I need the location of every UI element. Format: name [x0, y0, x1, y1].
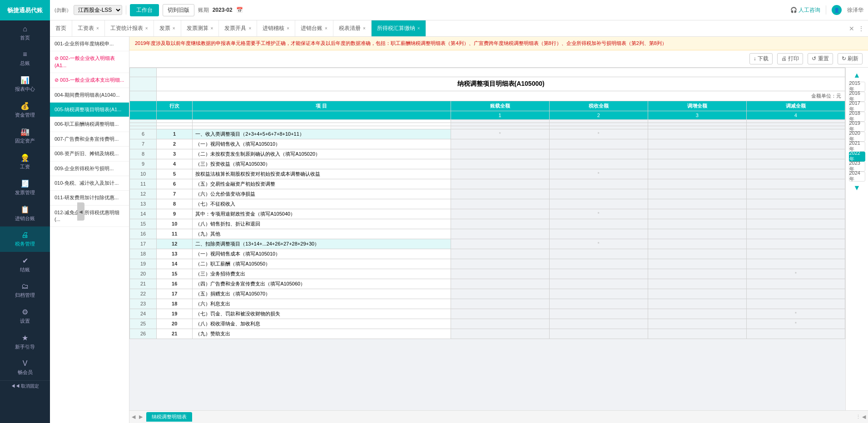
sidebar-item-new-guide[interactable]: ★ 新手引导: [0, 329, 50, 355]
col-c1[interactable]: [451, 169, 549, 179]
left-item-007[interactable]: 007-广告费和业务宣传费明...: [50, 132, 129, 147]
tab-invoice-close[interactable]: ×: [173, 26, 175, 31]
tab-payroll-close[interactable]: ×: [96, 26, 99, 31]
sidebar-item-fund-mgmt[interactable]: 💰 资金管理: [0, 97, 50, 123]
year-nav-up[interactable]: ▲: [852, 70, 862, 81]
col-item[interactable]: （六）公允价值变动净损益: [193, 189, 451, 199]
col-c4[interactable]: [746, 159, 845, 169]
left-item-002[interactable]: ⊘ 002-一般企业收入明细表(A1...: [50, 51, 129, 73]
col-c1[interactable]: [451, 289, 549, 299]
print-button[interactable]: 🖨 打印: [777, 53, 803, 64]
col-item[interactable]: [193, 126, 451, 129]
col-hang[interactable]: 14: [157, 259, 193, 269]
col-hang[interactable]: [157, 123, 193, 126]
tab-invoice-open[interactable]: 发票开具 ×: [219, 20, 257, 36]
col-c3[interactable]: [648, 209, 746, 219]
col-c3[interactable]: [648, 299, 746, 309]
col-c2[interactable]: *: [549, 239, 648, 249]
col-item[interactable]: 二、扣除类调整项目（13+14+...24+26+27+28+29+30）: [193, 239, 451, 249]
col-c1[interactable]: [451, 319, 549, 329]
col-item[interactable]: （二）未按权责发生制原则确认的收入（填写A105020）: [193, 149, 451, 159]
col-hang[interactable]: [157, 126, 193, 129]
col-c1[interactable]: [451, 149, 549, 159]
col-c2[interactable]: [549, 123, 648, 126]
col-c4[interactable]: [746, 229, 845, 239]
left-item-001[interactable]: 001-企业所得年度纳税申...: [50, 37, 129, 51]
col-c2[interactable]: [549, 149, 648, 159]
col-hang[interactable]: 3: [157, 149, 193, 159]
col-c3[interactable]: [648, 139, 746, 149]
col-c1[interactable]: *: [451, 129, 549, 139]
col-c2[interactable]: [549, 319, 648, 329]
col-c4[interactable]: [746, 329, 845, 339]
col-hang[interactable]: 15: [157, 269, 193, 279]
col-c3[interactable]: [648, 159, 746, 169]
col-item[interactable]: [193, 119, 451, 123]
tab-tax-clear-close[interactable]: ×: [363, 26, 366, 31]
col-item[interactable]: （九）赞助支出: [193, 329, 451, 339]
tab-input-check-close[interactable]: ×: [287, 26, 289, 31]
sidebar-item-invoice-mgmt[interactable]: 🧾 发票管理: [0, 175, 50, 201]
sidebar-pin[interactable]: ◀◀ 取消固定: [0, 380, 50, 392]
service-label[interactable]: 🎧 人工咨询: [790, 6, 820, 14]
tab-payroll[interactable]: 工资表 ×: [72, 20, 105, 36]
col-c2[interactable]: [549, 119, 648, 123]
col-item[interactable]: （六）利息支出: [193, 299, 451, 309]
col-item[interactable]: [193, 123, 451, 126]
col-item[interactable]: （一）视同销售成本（填写A105010）: [193, 249, 451, 259]
col-c3[interactable]: [648, 126, 746, 129]
col-hang[interactable]: 20: [157, 319, 193, 329]
sheet-tab-tax-adjust[interactable]: 纳税调整明细表: [146, 412, 192, 422]
sidebar-item-settlement[interactable]: ✔ 结账: [0, 252, 50, 278]
recalc-button[interactable]: ↺ 重置: [808, 53, 833, 64]
left-item-010[interactable]: 010-免税、减计收入及加计...: [50, 176, 129, 191]
sidebar-item-fixed-assets[interactable]: 🏭 固定资产: [0, 123, 50, 149]
col-c4[interactable]: [746, 169, 845, 179]
sheet-nav-right[interactable]: ▶: [139, 414, 143, 420]
col-c4[interactable]: [746, 279, 845, 289]
col-c4[interactable]: *: [746, 319, 845, 329]
col-c1[interactable]: [451, 123, 549, 126]
col-c4[interactable]: [746, 209, 845, 219]
col-c2[interactable]: [549, 259, 648, 269]
col-c3[interactable]: [648, 169, 746, 179]
refresh-button[interactable]: ↻ 刷新: [838, 53, 863, 64]
col-c1[interactable]: [451, 139, 549, 149]
col-c1[interactable]: [451, 126, 549, 129]
left-item-003[interactable]: ⊘ 003-一般企业成本支出明细...: [50, 73, 129, 88]
col-c4[interactable]: *: [746, 309, 845, 319]
col-c3[interactable]: [648, 119, 746, 123]
left-item-006[interactable]: 006-职工薪酬纳税调整明细...: [50, 117, 129, 132]
col-c3[interactable]: [648, 329, 746, 339]
col-c1[interactable]: [451, 279, 549, 289]
tab-input-ledger-close[interactable]: ×: [325, 26, 327, 31]
left-item-012[interactable]: 012-减免企业所得税优惠明细(...: [50, 206, 129, 227]
spreadsheet-scroll[interactable]: 纳税调整项目明细表(A105000) 金额单位：元 行次: [129, 68, 845, 411]
col-item[interactable]: 按权益法核算长期股权投资对初始投资成本调整确认收益: [193, 169, 451, 179]
sidebar-item-tax-mgmt[interactable]: 🖨 税务管理: [0, 226, 50, 252]
col-c4[interactable]: [746, 119, 845, 123]
col-c2[interactable]: [549, 269, 648, 279]
col-item[interactable]: （三）业务招待费支出: [193, 269, 451, 279]
col-c4[interactable]: [746, 259, 845, 269]
tab-invoice-calc[interactable]: 发票测算 ×: [181, 20, 219, 36]
col-c2[interactable]: [549, 299, 648, 309]
col-hang[interactable]: 11: [157, 229, 193, 239]
tab-input-ledger[interactable]: 进销台账 ×: [295, 20, 333, 36]
col-c2[interactable]: *: [549, 209, 648, 219]
col-c2[interactable]: [549, 159, 648, 169]
col-c4[interactable]: [746, 289, 845, 299]
tab-input-check[interactable]: 进销稽核 ×: [257, 20, 295, 36]
col-c2[interactable]: [549, 199, 648, 209]
col-item[interactable]: （五）交易性金融资产初始投资调整: [193, 179, 451, 189]
col-hang[interactable]: 5: [157, 169, 193, 179]
col-hang[interactable]: 6: [157, 179, 193, 189]
col-c2[interactable]: [549, 289, 648, 299]
col-item[interactable]: 其中：专项用途财政性资金（填写A105040）: [193, 209, 451, 219]
col-c4[interactable]: [746, 139, 845, 149]
col-item[interactable]: （八）税收滞纳金、加收利息: [193, 319, 451, 329]
sidebar-item-general-ledger[interactable]: ≡ 总账: [0, 46, 50, 71]
workbench-button[interactable]: 工作台: [130, 4, 159, 16]
col-hang[interactable]: 1: [157, 129, 193, 139]
tab-income-tax[interactable]: 所得税汇算缴纳 ×: [372, 20, 426, 36]
